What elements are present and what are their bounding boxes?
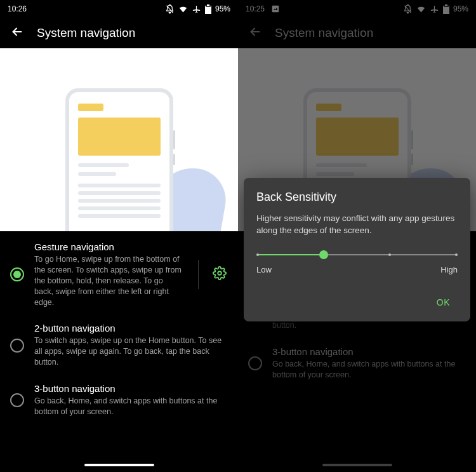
dnd-off-icon [403, 4, 413, 14]
wifi-icon [178, 4, 188, 14]
battery-percent: 95% [453, 4, 468, 13]
option-desc: Go back, Home, and switch apps with butt… [272, 359, 466, 381]
radio-gesture-navigation[interactable] [10, 267, 24, 281]
slider-low-label: Low [256, 265, 272, 274]
page-title: System navigation [37, 26, 135, 40]
airplane-icon [192, 4, 201, 14]
dnd-off-icon [165, 4, 175, 14]
svg-rect-4 [272, 6, 279, 13]
back-icon[interactable] [10, 25, 24, 41]
battery-icon [205, 4, 211, 14]
gesture-handle[interactable] [322, 464, 392, 466]
radio-3-button-navigation[interactable] [248, 356, 262, 370]
phone-left: 10:26 95% System navigation [0, 0, 238, 472]
page-title: System navigation [275, 26, 373, 40]
phone-right: 10:25 95% System navigation [238, 0, 476, 472]
option-2-button-navigation[interactable]: 2-button navigation To switch apps, swip… [0, 315, 238, 375]
status-time: 10:25 [246, 4, 265, 13]
svg-rect-2 [206, 6, 211, 7]
slider-high-label: High [440, 265, 458, 274]
status-bar: 10:26 95% [0, 0, 238, 18]
option-title: Gesture navigation [34, 241, 184, 252]
wifi-icon [416, 4, 426, 14]
option-desc: Go back, Home, and switch apps with butt… [34, 396, 228, 417]
app-bar: System navigation [238, 18, 476, 48]
gesture-handle[interactable] [84, 464, 154, 466]
option-title: 3-button navigation [272, 346, 466, 357]
radio-3-button-navigation[interactable] [10, 393, 24, 407]
options-list: Gesture navigation To go Home, swipe up … [0, 231, 238, 428]
back-icon[interactable] [248, 25, 262, 41]
option-title: 3-button navigation [34, 383, 228, 394]
option-desc: To switch apps, swipe up on the Home but… [34, 335, 228, 368]
dialog-title: Back Sensitivity [256, 191, 458, 204]
svg-rect-0 [207, 4, 209, 6]
radio-2-button-navigation[interactable] [10, 339, 24, 353]
battery-percent: 95% [215, 4, 230, 13]
illustration [0, 48, 238, 231]
gear-icon[interactable] [213, 266, 228, 283]
option-3-button-navigation[interactable]: 3-button navigation Go back, Home, and s… [238, 339, 476, 388]
screenshot-icon [271, 4, 280, 13]
status-bar: 10:25 95% [238, 0, 476, 18]
ok-button[interactable]: OK [429, 292, 458, 313]
battery-icon [443, 4, 449, 14]
dialog-body: Higher sensitivity may conflict with any… [256, 213, 458, 237]
back-sensitivity-dialog: Back Sensitivity Higher sensitivity may … [244, 178, 470, 321]
divider [198, 260, 199, 289]
airplane-icon [430, 4, 439, 14]
svg-rect-5 [445, 4, 447, 6]
svg-rect-7 [444, 6, 449, 7]
option-desc: To go Home, swipe up from the bottom of … [34, 254, 184, 307]
svg-point-3 [218, 271, 221, 275]
sensitivity-slider[interactable] [258, 248, 456, 261]
option-title: 2-button navigation [34, 323, 228, 334]
status-time: 10:26 [8, 4, 27, 13]
option-gesture-navigation[interactable]: Gesture navigation To go Home, swipe up … [0, 234, 238, 315]
option-3-button-navigation[interactable]: 3-button navigation Go back, Home, and s… [0, 375, 238, 425]
app-bar: System navigation [0, 18, 238, 48]
